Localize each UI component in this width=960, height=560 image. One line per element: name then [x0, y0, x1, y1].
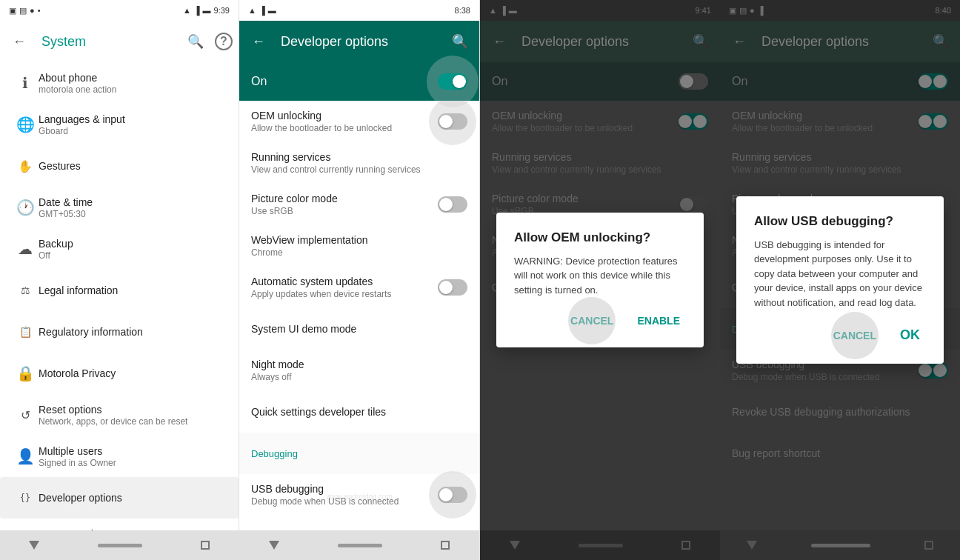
sidebar-item-datetime[interactable]: 🕐 Date & time GMT+05:30 [0, 187, 239, 228]
usb-toggle[interactable] [438, 487, 467, 503]
notification-icons-2: ▲ ▐ ▬ [248, 6, 276, 15]
languages-sub: Gboard [39, 126, 227, 136]
navigation-bar-2 [239, 530, 479, 560]
oem-unlocking-dialog: Allow OEM unlocking? WARNING: Device pro… [496, 213, 704, 348]
usb-dialog-overlay: Allow USB debugging? USB debugging is in… [720, 0, 960, 560]
oem-dialog-overlay: Allow OEM unlocking? WARNING: Device pro… [480, 0, 720, 560]
auto-updates-sub: Apply updates when device restarts [251, 289, 391, 299]
picture-color-title: Picture color mode [251, 193, 338, 204]
battery-status-icon: ▬ [268, 6, 276, 15]
legal-icon: ⚖ [12, 284, 39, 296]
reset-sub: Network, apps, or device can be reset [39, 416, 227, 427]
oem-enable-button[interactable]: Enable [631, 312, 686, 330]
system-settings-panel: ▣ ▤ ● • ▲ ▐ ▬ 9:39 ← System 🔍 ? ℹ About … [0, 0, 239, 560]
sim-icon: ▣ [9, 6, 16, 16]
webview-item[interactable]: WebView implementation Chrome [239, 225, 479, 267]
picture-color-sub: Use sRGB [251, 206, 338, 216]
backup-sub: Off [39, 250, 227, 261]
time-display-2: 8:38 [455, 6, 470, 15]
usb-dialog-actions: Cancel OK [754, 324, 926, 346]
sidebar-item-multiple-users[interactable]: 👤 Multiple users Signed in as Owner [0, 436, 239, 477]
picture-color-mode-item[interactable]: Picture color mode Use sRGB [239, 184, 479, 225]
sidebar-item-reset-options[interactable]: ↺ Reset options Network, apps, or device… [0, 394, 239, 436]
sidebar-item-legal[interactable]: ⚖ Legal information [0, 270, 239, 311]
oem-unlocking-sub: Allow the bootloader to be unlocked [251, 123, 392, 133]
usb-dialog-title: Allow USB debugging? [754, 214, 926, 229]
webview-sub: Chrome [251, 247, 367, 258]
oem-cancel-button[interactable]: Cancel [564, 312, 619, 330]
wifi-status-icon: ▲ [248, 6, 256, 15]
signal-status-icon: ▐ [259, 6, 265, 15]
system-icons: ▲ ▐ ▬ 9:39 [183, 6, 230, 15]
night-mode-title: Night mode [251, 359, 304, 370]
gestures-icon: ✋ [12, 159, 39, 173]
picture-color-toggle[interactable] [438, 196, 467, 213]
home-nav-icon[interactable] [98, 544, 142, 547]
oem-unlocking-item[interactable]: OEM unlocking Allow the bootloader to be… [239, 101, 479, 142]
search-button-2[interactable]: 🔍 [447, 28, 473, 55]
revoke-usb-item[interactable]: Revoke USB debugging authorizations [239, 516, 479, 530]
usb-toggle-container [438, 487, 467, 503]
search-button[interactable]: 🔍 [182, 28, 209, 55]
usb-cancel-button[interactable]: Cancel [827, 324, 882, 346]
dot-icon: • [38, 6, 41, 15]
on-toggle-bar: On [239, 62, 479, 101]
about-phone-label: About phone [39, 72, 227, 84]
backup-label: Backup [39, 238, 227, 250]
auto-updates-title: Automatic system updates [251, 276, 391, 287]
developer-options-list: OEM unlocking Allow the bootloader to be… [239, 101, 479, 530]
quick-settings-dev-item[interactable]: Quick settings developer tiles [239, 391, 479, 433]
usb-dialog-body: USB debugging is intended for developmen… [754, 238, 926, 310]
file-icon: ▤ [19, 6, 27, 16]
developer-options-panel: ▲ ▐ ▬ 8:38 ← Developer options 🔍 On OEM … [239, 0, 480, 560]
oem-unlocking-title: OEM unlocking [251, 110, 392, 121]
back-button[interactable]: ← [6, 28, 33, 55]
recents-nav-icon[interactable] [201, 541, 210, 550]
gestures-label: Gestures [39, 160, 227, 172]
dev-page-title: Developer options [281, 34, 441, 50]
back-nav-icon[interactable] [29, 541, 39, 550]
sidebar-item-motorola-privacy[interactable]: 🔒 Motorola Privacy [0, 353, 239, 394]
back-button-2[interactable]: ← [245, 28, 272, 55]
help-button[interactable]: ? [215, 33, 233, 50]
page-title: System [41, 34, 176, 50]
multiple-users-label: Multiple users [39, 445, 227, 457]
home-nav-2[interactable] [338, 544, 382, 547]
about-phone-sub: motorola one action [39, 84, 227, 95]
night-mode-item[interactable]: Night mode Always off [239, 350, 479, 391]
backup-icon: ☁ [12, 240, 39, 258]
sidebar-item-languages[interactable]: 🌐 Languages & input Gboard [0, 104, 239, 145]
sidebar-item-developer-options[interactable]: {} Developer options [0, 477, 239, 519]
system-ui-demo-item[interactable]: System UI demo mode [239, 308, 479, 350]
auto-updates-toggle[interactable] [438, 279, 467, 296]
on-toggle-container [438, 73, 467, 90]
oem-toggle-container [438, 113, 467, 130]
debugging-section-item: Debugging [239, 433, 479, 474]
regulatory-label: Regulatory information [39, 326, 227, 338]
developer-toggle[interactable] [438, 73, 467, 90]
oem-toggle[interactable] [438, 113, 467, 130]
reset-label: Reset options [39, 404, 227, 416]
running-services-item[interactable]: Running services View and control curren… [239, 142, 479, 184]
usb-debugging-dialog: Allow USB debugging? USB debugging is in… [736, 196, 944, 364]
running-services-title: Running services [251, 151, 421, 163]
sidebar-item-regulatory[interactable]: 📋 Regulatory information [0, 311, 239, 353]
reset-icon: ↺ [12, 408, 39, 422]
developer-options-usb-dialog-panel: ▣ ▤ ● ▐ 8:40 ← Developer options 🔍 On OE… [720, 0, 960, 560]
recents-nav-2[interactable] [441, 541, 450, 550]
status-bar-1: ▣ ▤ ● • ▲ ▐ ▬ 9:39 [0, 0, 239, 21]
datetime-icon: 🕐 [12, 199, 39, 216]
multiple-users-icon: 👤 [12, 447, 39, 465]
sidebar-item-backup[interactable]: ☁ Backup Off [0, 228, 239, 270]
debugging-section-label: Debugging [251, 448, 298, 459]
running-services-sub: View and control currently running servi… [251, 164, 421, 175]
usb-ok-button[interactable]: OK [894, 324, 926, 346]
on-label: On [251, 75, 267, 88]
auto-updates-item[interactable]: Automatic system updates Apply updates w… [239, 267, 479, 308]
sidebar-item-system-updates[interactable]: 📱 System updates Updated to Android 9 [0, 519, 239, 530]
back-nav-2[interactable] [269, 541, 279, 550]
regulatory-icon: 📋 [12, 326, 39, 338]
sidebar-item-gestures[interactable]: ✋ Gestures [0, 145, 239, 187]
status-bar-2: ▲ ▐ ▬ 8:38 [239, 0, 479, 21]
sidebar-item-about-phone[interactable]: ℹ About phone motorola one action [0, 62, 239, 104]
